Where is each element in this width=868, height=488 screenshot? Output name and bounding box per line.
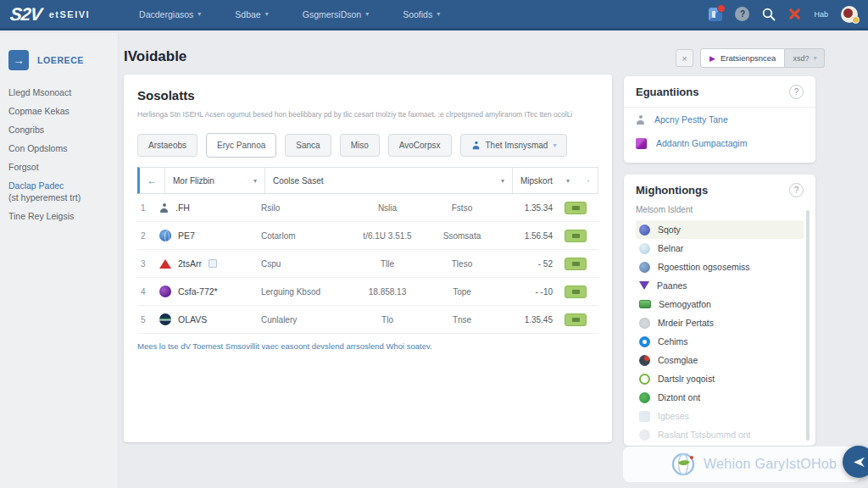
panel-link-item[interactable]: Apcny Pestty Tane: [636, 108, 804, 131]
panel-title: Mighontiongs: [636, 184, 708, 197]
app-logo: S2V: [9, 4, 42, 25]
run-button[interactable]: ▶ Eratsienpsncea: [700, 48, 785, 68]
sidebar-item-7[interactable]: Tine Rey Leigsis: [8, 211, 118, 221]
row-action-button[interactable]: [565, 258, 587, 270]
filter-button-2[interactable]: Eryc Pannoa: [206, 133, 276, 158]
planet-icon: [159, 313, 171, 325]
sidebar-item-2[interactable]: Copmae Kekas: [8, 106, 118, 116]
list-item-label: Cosmglae: [658, 355, 698, 365]
table-row[interactable]: 1 .FH Rsilo Nslia Fstso 1.35.34: [137, 194, 598, 222]
row-name: OLAVS: [178, 314, 207, 324]
search-icon[interactable]: [762, 8, 776, 21]
list-item[interactable]: Igbeses: [636, 407, 804, 425]
list-item-label: Dartslr yoqoist: [658, 374, 715, 384]
nav-item-label: Dacdergiasos: [139, 9, 193, 19]
row-cell: Nslia: [349, 203, 426, 213]
row-number: 3: [137, 259, 159, 269]
alert-cross-icon[interactable]: [788, 8, 801, 20]
select-3-value: Mipskort: [520, 176, 553, 186]
panel-subtitle: Melsom Isldent: [636, 205, 804, 214]
list-item[interactable]: Rgoesttion ogsosemiss: [636, 258, 804, 276]
integration-list: Sqoty Belnar Rgoesttion ogsosemiss Paane…: [636, 220, 804, 444]
more-options-icon[interactable]: ·: [587, 175, 590, 186]
list-item[interactable]: Sqoty: [636, 220, 804, 239]
blue-globe-icon: [639, 262, 650, 273]
row-action-button[interactable]: [565, 202, 587, 214]
globe-leaf-logo-icon: [670, 452, 696, 477]
card-title: Sosolatts: [137, 88, 598, 103]
list-item[interactable]: Cehims: [636, 332, 804, 351]
row-action-button[interactable]: [565, 286, 587, 298]
list-item[interactable]: Dartslr yoqoist: [636, 369, 804, 388]
row-cell: - 52: [498, 259, 553, 269]
list-item-label: Rgoesttion ogsosemiss: [658, 262, 750, 272]
filter-button-3[interactable]: Sanca: [285, 134, 331, 157]
run-options-button[interactable]: xsd? ▾: [785, 48, 825, 68]
list-item[interactable]: Paanes: [636, 276, 804, 295]
list-item-label: Paanes: [657, 280, 687, 291]
panel-link-item[interactable]: Addantn Gumpactagim: [636, 131, 804, 155]
chevron-down-icon: ▾: [501, 177, 504, 185]
back-button[interactable]: ←: [140, 168, 165, 193]
select-field-1[interactable]: Mor Flizbin ▾: [165, 168, 265, 193]
select-field-3[interactable]: Mipskort ▾ ·: [513, 168, 598, 193]
help-icon[interactable]: ?: [789, 85, 804, 99]
table-row[interactable]: 5 OLAVS Cunlalery Tlo Tnse 1.35.45: [137, 306, 598, 334]
row-name: .FH: [175, 202, 190, 213]
row-number: 4: [137, 287, 159, 297]
user-icon: [159, 203, 169, 213]
table-row[interactable]: 3 2tsArr Cspu Tlle Tleso - 52: [137, 250, 598, 278]
sidebar-item-4[interactable]: Con Opdsloms: [8, 143, 118, 153]
row-action-button[interactable]: [565, 230, 587, 242]
table-row[interactable]: 2 PE7 Cotarlom t/6.1U 3.51.5 Ssomsata 1.…: [137, 222, 598, 250]
list-item[interactable]: Semogyatfon: [636, 295, 804, 313]
purple-globe-icon: [639, 225, 650, 236]
chevron-down-icon: ▾: [437, 10, 440, 18]
sidebar-header[interactable]: → LOERECE: [8, 50, 118, 70]
sidebar-item-5[interactable]: Forgsot: [8, 162, 118, 172]
filter-button-1[interactable]: Arstaeobs: [137, 134, 198, 157]
chevron-down-icon: ▾: [198, 10, 201, 18]
table-footer-link[interactable]: Mees lo tse dV Toemest Smsovillit vaec e…: [137, 341, 598, 351]
help-icon[interactable]: ?: [789, 183, 804, 197]
list-item[interactable]: Raslant Tstsbummd ont: [636, 425, 804, 444]
row-cell: Cotarlom: [261, 231, 349, 241]
filter-button-5[interactable]: AvoCorpsx: [388, 134, 452, 157]
close-button[interactable]: ×: [676, 49, 693, 67]
list-item[interactable]: Belnar: [636, 239, 804, 258]
nav-item-1[interactable]: Dacdergiasos ▾: [139, 9, 201, 19]
row-name: PE7: [178, 230, 195, 241]
purple-app-icon: [636, 138, 647, 149]
app-screen: S2V etSEIVI Dacdergiasos ▾ Sdbae ▾ Gsgme…: [0, 0, 868, 488]
apps-grid-icon[interactable]: [709, 8, 722, 21]
sidebar-item-1[interactable]: Llegd Msonoact: [8, 87, 118, 97]
filter-dropdown-button[interactable]: Thet Imsnysmad ▾: [460, 134, 568, 157]
help-icon[interactable]: ?: [735, 7, 749, 21]
user-icon: [636, 115, 645, 125]
filter-button-4[interactable]: Miso: [340, 134, 380, 157]
faded-app-icon: [639, 411, 650, 422]
nav-item-4[interactable]: Soofids ▾: [403, 9, 440, 19]
sidebar-item-3[interactable]: Congribs: [8, 125, 118, 135]
list-item[interactable]: Mrdeir Pertats: [636, 313, 804, 332]
row-number: 5: [137, 315, 159, 324]
panel-scrollbar[interactable]: [806, 210, 810, 441]
row-cell: Lerguing Kbsod: [261, 287, 349, 297]
chevron-down-icon: ▾: [566, 177, 570, 185]
nav-item-label: Soofids: [403, 9, 432, 19]
nav-item-2[interactable]: Sdbae ▾: [235, 9, 268, 19]
list-item[interactable]: Cosmglae: [636, 351, 804, 369]
user-avatar[interactable]: [841, 6, 858, 23]
list-item[interactable]: Diztont ont: [636, 388, 804, 407]
row-cell: - -10: [498, 287, 553, 297]
action-glyph-icon: [572, 262, 580, 266]
chevron-down-icon: ▾: [553, 141, 556, 149]
table-row[interactable]: 4 Csfa-772* Lerguing Kbsod 18.858.13 Top…: [137, 278, 598, 306]
sidebar-item-6[interactable]: Daclap Padec: [8, 180, 118, 191]
row-action-button[interactable]: [565, 313, 587, 326]
table-controls-bar: ← Mor Flizbin ▾ Coolse Saset ▾ Mipskort …: [137, 167, 598, 194]
nav-item-3[interactable]: GsgmersiDson ▾: [303, 9, 369, 19]
chat-fab-button[interactable]: [843, 446, 868, 478]
select-field-2[interactable]: Coolse Saset ▾: [265, 168, 513, 193]
brand-name: etSEIVI: [49, 9, 90, 19]
